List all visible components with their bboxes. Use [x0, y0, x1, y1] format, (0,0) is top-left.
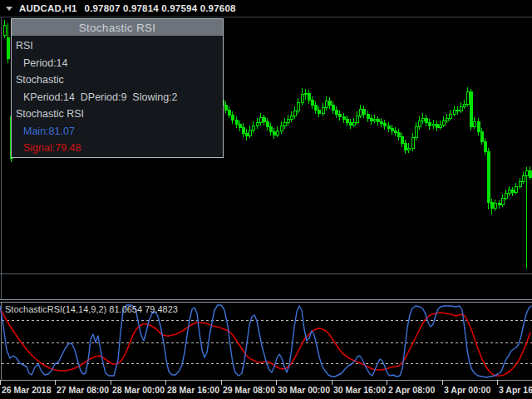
candle-body — [308, 93, 310, 100]
candle-body — [293, 111, 296, 116]
panel-body: RSIPeriod:14StochasticKPeriod:14 DPeriod… — [12, 36, 223, 157]
time-axis-label: 2 Apr 08:00 — [388, 385, 435, 395]
candle-body — [522, 175, 525, 181]
candle-body — [224, 105, 227, 110]
candle-body — [456, 110, 459, 111]
time-axis-label: 3 Apr 00:00 — [444, 385, 490, 395]
time-axis-label: 29 Mar 08:00 — [223, 385, 275, 395]
chevron-down-icon[interactable] — [6, 7, 12, 11]
candle-body — [297, 102, 299, 111]
panel-line: Stochastic RSI — [16, 106, 223, 123]
candle-body — [290, 116, 293, 119]
time-axis-label: 27 Mar 08:00 — [57, 385, 109, 395]
candle-body — [266, 121, 268, 126]
candle-body — [314, 105, 317, 110]
panel-line: Signal:79.48 — [16, 140, 223, 157]
panel-header: Stochastic RSI — [12, 19, 223, 36]
candle-body — [490, 202, 493, 208]
panel-line: Period:14 — [16, 55, 223, 72]
candle-body — [411, 137, 414, 148]
candle-body — [498, 203, 500, 204]
title-divider — [0, 17, 532, 17]
candle-body — [325, 101, 328, 107]
candle-body — [460, 106, 462, 111]
candle-body — [525, 170, 528, 175]
time-axis-label: 3 Apr 16:00 — [499, 385, 532, 395]
candle-body — [508, 190, 510, 193]
indicator-info-panel: Stochastic RSI RSIPeriod:14StochasticKPe… — [11, 18, 224, 158]
candle-body — [283, 122, 286, 126]
candle-body — [256, 122, 259, 126]
candle-body — [397, 132, 400, 136]
candle-body — [235, 120, 238, 124]
candle-body — [529, 170, 531, 177]
time-axis-label: 28 Mar 16:00 — [167, 385, 219, 395]
candle-body — [322, 107, 324, 113]
candle-body — [349, 122, 352, 125]
candle-body — [356, 116, 358, 122]
candle-body — [231, 115, 234, 120]
candle-body — [380, 121, 382, 123]
candle-body — [477, 121, 480, 131]
candle-body — [432, 124, 435, 126]
candle-body — [311, 100, 313, 105]
panel-line: KPeriod:14 DPeriod:9 Slowing:2 — [16, 89, 223, 106]
time-axis-label: 30 Mar 00:00 — [278, 385, 330, 395]
candle-body — [287, 119, 289, 122]
candle-body — [259, 117, 262, 122]
candle-body — [276, 131, 278, 135]
candle-body — [7, 37, 9, 58]
candle-body — [342, 116, 345, 119]
panel-line: Stochastic — [16, 71, 223, 89]
ohlc-quotes-label: 0.97807 0.97814 0.97594 0.97608 — [85, 3, 236, 13]
subwindow-indicator-label: StochasticRSI(14,14,9,2) 81.0654 79.4823 — [5, 304, 178, 314]
candle-body — [439, 125, 441, 127]
candle-body — [242, 127, 244, 133]
panel-title: Stochastic RSI — [79, 22, 156, 34]
mt4-chart-window: AUDCAD,H10.97807 0.97814 0.97594 0.97608… — [0, 0, 532, 399]
candle-body — [473, 121, 475, 126]
candle-body — [373, 119, 376, 121]
candle-body — [304, 93, 307, 94]
time-axis-label: 28 Mar 00:00 — [112, 385, 165, 395]
candle-body — [449, 114, 451, 118]
candle-body — [480, 131, 483, 141]
time-axis-label: 26 Mar 2018 — [2, 385, 52, 395]
candle-body — [446, 118, 448, 121]
candle-body — [421, 118, 424, 121]
candle-body — [401, 136, 403, 143]
candle-body — [505, 193, 507, 198]
candle-body — [228, 110, 230, 115]
candle-body — [239, 124, 241, 127]
candle-body — [387, 126, 390, 128]
candle-body — [511, 190, 514, 192]
candle-body — [415, 126, 417, 137]
candle-body — [252, 126, 254, 130]
candle-body — [428, 122, 431, 126]
symbol-period-label: AUDCAD,H1 — [19, 3, 77, 13]
candle-body — [346, 119, 348, 122]
candle-body — [484, 141, 486, 151]
candle-body — [352, 122, 355, 125]
candle-body — [436, 124, 438, 127]
candle-body — [280, 126, 283, 131]
candle-body — [466, 91, 469, 104]
candle-body — [487, 151, 490, 202]
panel-line: RSI — [16, 37, 223, 55]
candle-body — [519, 181, 521, 186]
candle-body — [332, 105, 334, 110]
candle-body — [338, 114, 341, 116]
page-title: AUDCAD,H10.97807 0.97814 0.97594 0.97608 — [19, 3, 236, 13]
candle-body — [362, 109, 365, 114]
candle-body — [249, 130, 251, 135]
candle-body — [453, 110, 456, 114]
candle-body — [3, 25, 6, 35]
candle-body — [245, 133, 248, 135]
panel-line: Main:81.07 — [16, 123, 223, 140]
candle-body — [418, 121, 421, 126]
time-axis-label: 30 Mar 16:00 — [333, 385, 386, 395]
candle-body — [470, 91, 472, 126]
candle-body — [425, 118, 427, 122]
candle-body — [383, 123, 386, 126]
candle-body — [263, 117, 265, 121]
